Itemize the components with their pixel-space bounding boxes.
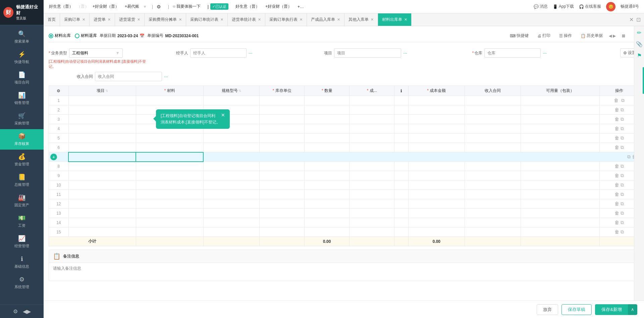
tab-finished-goods[interactable]: 产成品入库单✕ [307, 13, 344, 26]
delete-row-icon[interactable]: 🗑 [614, 125, 620, 132]
td-project[interactable] [68, 209, 136, 218]
delete-row-icon[interactable]: 🗑 [614, 172, 620, 179]
delete-row-icon[interactable]: 🗑 [614, 219, 620, 226]
td-project[interactable] [68, 171, 136, 180]
th-material[interactable]: * 材料 [136, 86, 203, 96]
td-cost-amount[interactable] [409, 105, 465, 115]
td-stock-unit[interactable] [260, 227, 305, 237]
sidebar-item-ledger[interactable]: 📒 总账管理 [0, 170, 44, 191]
td-project[interactable] [68, 218, 136, 227]
td-qty[interactable] [305, 115, 350, 124]
tab-close-icon[interactable]: ✕ [220, 17, 223, 22]
message-button[interactable]: 💬 消息 [534, 4, 548, 9]
tab-purchase-exec[interactable]: 采购订单执行表✕ [265, 13, 307, 26]
sidebar-item-quick[interactable]: ⚡ 快捷导航 [0, 47, 44, 68]
td-qty[interactable] [305, 124, 350, 134]
save-new-button[interactable]: 保存&新增 [595, 304, 628, 315]
tab-close-icon[interactable]: ✕ [108, 17, 111, 22]
td-income-contract[interactable] [465, 180, 521, 190]
nav-good-biz2[interactable]: 好生意（普） [233, 3, 262, 10]
td-spec[interactable] [203, 190, 260, 199]
td-spec[interactable] [203, 218, 260, 227]
td-stock-unit[interactable] [260, 190, 305, 199]
td-project[interactable] [68, 134, 136, 143]
td-cost[interactable] [350, 105, 394, 115]
tab-close-icon[interactable]: ✕ [258, 17, 261, 22]
sidebar-item-inventory[interactable]: 📦 库存核算 [0, 129, 44, 150]
nav-experience[interactable]: ○ 我要体验一下 [171, 3, 203, 10]
header-sort-project[interactable]: 项目 ⇅ [71, 88, 133, 94]
right-edit-icon[interactable]: ✏ [637, 30, 641, 36]
td-project[interactable] [68, 190, 136, 199]
th-spec[interactable]: 规格型号 ⇅ [203, 86, 260, 96]
tab-material-outbound[interactable]: 材料出库单✕ [378, 13, 412, 26]
td-material[interactable] [136, 180, 203, 190]
business-type-select[interactable]: 工程领料 ▼ [69, 48, 123, 58]
new-row-material[interactable] [136, 152, 203, 162]
td-cost-amount[interactable] [409, 143, 465, 152]
td-income-contract[interactable] [465, 171, 521, 180]
copy-row-icon[interactable]: ⧉ [620, 172, 625, 179]
sidebar-item-system[interactable]: ⚙ 系统管理 [0, 272, 44, 293]
th-qty[interactable]: * 数量 [305, 86, 350, 96]
nav-good-business[interactable]: 好生意（普） [47, 3, 75, 10]
handler-lookup-icon[interactable]: ··· [249, 50, 253, 56]
radio-material-outbound[interactable]: 材料出库 [49, 33, 71, 39]
delete-row-icon[interactable]: 🗑 [614, 228, 620, 235]
tab-inbound-stat[interactable]: 进货单统计表✕ [228, 13, 265, 26]
delete-row-icon[interactable]: 🗑 [613, 97, 619, 104]
settings-button[interactable]: ⚙ [13, 308, 18, 315]
sidebar-item-management[interactable]: 📈 经营管理 [0, 231, 44, 252]
next-icon[interactable]: ▶ [613, 34, 616, 38]
copy-row-icon[interactable]: ⧉ [627, 153, 631, 160]
td-qty[interactable] [305, 218, 350, 227]
save-new-arrow-button[interactable]: ∧ [628, 304, 637, 315]
income-contract-input[interactable] [95, 72, 162, 81]
copy-row-icon[interactable]: ⧉ [620, 116, 625, 122]
td-material[interactable] [136, 227, 203, 237]
td-qty[interactable] [305, 134, 350, 143]
td-stock-unit[interactable] [260, 199, 305, 209]
td-material[interactable] [136, 218, 203, 227]
td-stock-unit[interactable] [260, 124, 305, 134]
date-value[interactable]: 2023-03-24 [117, 34, 138, 38]
td-cost[interactable] [350, 199, 394, 209]
copy-row-icon[interactable]: ⧉ [621, 97, 625, 104]
copy-row-icon[interactable]: ⧉ [620, 144, 625, 151]
nav-good-finance[interactable]: +好业财（普） [91, 3, 121, 10]
delete-row-icon[interactable]: 🗑 [614, 144, 620, 151]
tab-purchase-order[interactable]: 采购订单✕ [60, 13, 90, 26]
th-stock-unit[interactable]: * 库存单位 [260, 86, 305, 96]
delete-row-icon[interactable]: 🗑 [614, 200, 620, 207]
sidebar-item-sales[interactable]: 📊 销售管理 [0, 88, 44, 109]
td-cost[interactable] [350, 180, 394, 190]
td-qty[interactable] [305, 227, 350, 237]
td-cost-amount[interactable] [409, 115, 465, 124]
td-income-contract[interactable] [465, 199, 521, 209]
nav-more[interactable]: +… [296, 3, 306, 10]
td-spec[interactable] [203, 209, 260, 218]
tab-close-icon[interactable]: ✕ [82, 17, 85, 22]
delete-row-icon[interactable]: 🗑 [614, 106, 620, 113]
th-cost[interactable]: * 成... [350, 86, 394, 96]
tab-home[interactable]: 首页 [44, 13, 60, 26]
sidebar-item-project[interactable]: 📄 项目合同 [0, 68, 44, 88]
copy-row-icon[interactable]: ⧉ [620, 163, 625, 169]
right-flag-icon[interactable]: ⚑ [637, 52, 642, 59]
th-available-qty[interactable]: 可用量（包装） [521, 86, 600, 96]
td-qty[interactable] [305, 162, 350, 171]
td-project[interactable] [68, 199, 136, 209]
th-cost-amount[interactable]: * 成本金额 [409, 86, 465, 96]
td-qty[interactable] [305, 199, 350, 209]
copy-row-icon[interactable]: ⧉ [620, 219, 625, 226]
td-project[interactable] [68, 96, 136, 105]
nav-good-fin2[interactable]: +好业财（普） [263, 3, 294, 10]
td-cost[interactable] [350, 218, 394, 227]
td-cost[interactable] [350, 124, 394, 134]
radio-material-return[interactable]: 材料退库 [75, 33, 97, 39]
new-row-project[interactable] [68, 152, 136, 162]
sidebar-item-basic[interactable]: ℹ 基础信息 [0, 252, 44, 272]
td-cost-amount[interactable] [409, 171, 465, 180]
prev-icon[interactable]: ◀ [609, 34, 612, 38]
docno-value[interactable]: MD-20230324-001 [165, 34, 199, 38]
